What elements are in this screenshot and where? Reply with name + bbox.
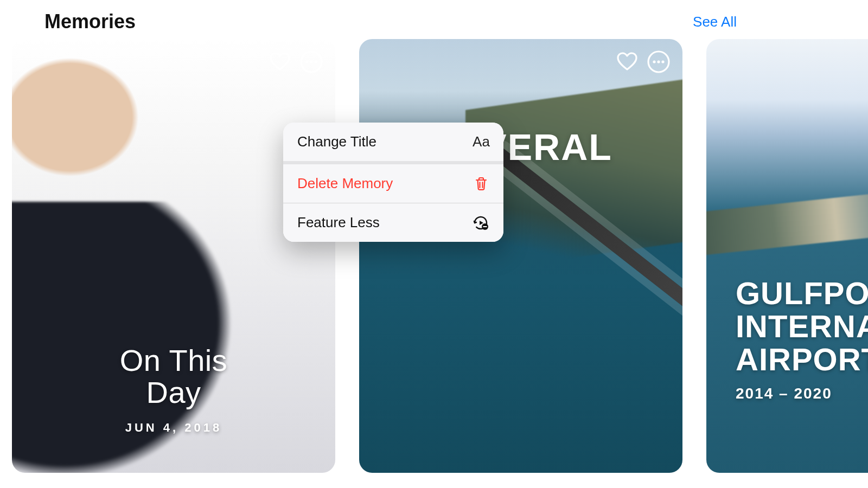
feature-less-icon: [473, 215, 489, 231]
memory-card[interactable]: On This Day JUN 4, 2018: [12, 39, 335, 473]
memory-subtitle: 2014 – 2020: [736, 385, 868, 402]
favorite-button[interactable]: [615, 50, 639, 74]
memory-card[interactable]: NAVERAL: [359, 39, 682, 473]
menu-item-label: Feature Less: [297, 214, 380, 231]
section-header: Memories See All: [0, 0, 868, 39]
more-button[interactable]: [299, 50, 323, 74]
memory-subtitle: JUN 4, 2018: [12, 421, 335, 435]
memory-card[interactable]: GULFPORT INTERNAT AIRPORT 2014 – 2020: [706, 39, 868, 473]
memory-title: GULFPORT INTERNAT AIRPORT: [736, 277, 868, 376]
svg-point-1: [305, 60, 308, 63]
menu-item-label: Change Title: [297, 133, 376, 150]
section-title: Memories: [44, 10, 136, 33]
memory-caption: On This Day JUN 4, 2018: [12, 345, 335, 435]
see-all-link[interactable]: See All: [693, 14, 824, 30]
card-actions: [268, 50, 323, 74]
more-button[interactable]: [647, 50, 671, 74]
menu-item-label: Delete Memory: [297, 175, 393, 192]
trash-icon: [473, 176, 489, 192]
svg-point-6: [657, 60, 660, 63]
menu-item-delete-memory[interactable]: Delete Memory: [283, 164, 503, 203]
memories-carousel[interactable]: On This Day JUN 4, 2018 NAVERAL GULFPORT…: [0, 39, 868, 473]
more-icon: [299, 50, 323, 74]
menu-item-change-title[interactable]: Change Title Aa: [283, 123, 503, 164]
memory-title: On This Day: [12, 345, 335, 409]
memory-context-menu: Change Title Aa Delete Memory Feature Le…: [283, 123, 503, 242]
svg-point-7: [661, 60, 664, 63]
text-style-icon: Aa: [473, 134, 489, 150]
svg-point-5: [653, 60, 655, 63]
menu-item-feature-less[interactable]: Feature Less: [283, 203, 503, 242]
svg-point-3: [314, 60, 317, 63]
heart-icon: [615, 50, 639, 74]
svg-point-2: [310, 60, 312, 63]
card-actions: [615, 50, 671, 74]
memory-caption: GULFPORT INTERNAT AIRPORT 2014 – 2020: [736, 277, 868, 402]
more-icon: [647, 50, 671, 74]
favorite-button[interactable]: [268, 50, 292, 74]
heart-icon: [268, 50, 292, 74]
svg-rect-10: [483, 226, 487, 227]
